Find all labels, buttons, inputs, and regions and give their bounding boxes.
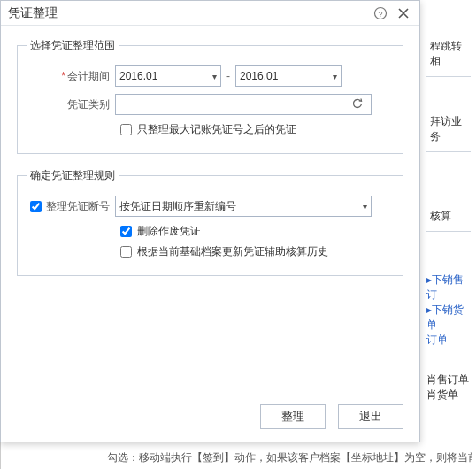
reseq-label: 整理凭证断号 xyxy=(44,199,115,214)
help-icon[interactable]: ? xyxy=(372,4,389,22)
delete-void-row: 删除作废凭证 xyxy=(120,224,394,239)
dialog-buttons: 整理 退出 xyxy=(1,394,419,442)
cancel-button[interactable]: 退出 xyxy=(338,404,403,429)
voucher-type-label: 凭证类别 xyxy=(27,97,115,112)
reseq-row: 整理凭证断号 按凭证日期顺序重新编号 ▾ xyxy=(27,196,394,217)
update-aux-label: 根据当前基础档案更新凭证辅助核算历史 xyxy=(137,244,328,259)
bg-text: 核算 xyxy=(426,202,471,232)
delete-void-label: 删除作废凭证 xyxy=(137,224,201,239)
ok-button[interactable]: 整理 xyxy=(260,404,326,429)
only-after-last-row: 只整理最大记账凭证号之后的凭证 xyxy=(120,122,394,137)
dialog-body: 选择凭证整理范围 *会计期间 2016.01 ▾ - 2016.01 ▾ 凭证类… xyxy=(1,26,419,394)
period-label: *会计期间 xyxy=(27,69,115,84)
bg-links: ▸下销售订 ▸下销货单 订单 xyxy=(426,273,471,348)
voucher-cleanup-dialog: 凭证整理 ? 选择凭证整理范围 *会计期间 2016.01 ▾ - 2016.0… xyxy=(0,0,420,442)
range-legend: 选择凭证整理范围 xyxy=(27,38,119,53)
period-to-combo[interactable]: 2016.01 ▾ xyxy=(235,65,342,87)
delete-void-checkbox[interactable] xyxy=(120,226,132,237)
period-dash: - xyxy=(226,70,230,82)
period-from-combo[interactable]: 2016.01 ▾ xyxy=(115,65,221,87)
bg-text: 程跳转相 xyxy=(426,32,471,77)
lookup-icon[interactable] xyxy=(348,97,367,112)
voucher-type-input[interactable] xyxy=(115,94,372,115)
update-aux-checkbox[interactable] xyxy=(120,246,132,258)
reseq-mode-combo[interactable]: 按凭证日期顺序重新编号 ▾ xyxy=(115,196,372,217)
voucher-type-row: 凭证类别 xyxy=(27,94,394,115)
rule-fieldset: 确定凭证整理规则 整理凭证断号 按凭证日期顺序重新编号 ▾ 删除作废凭证 根据当… xyxy=(17,168,403,276)
chevron-down-icon: ▾ xyxy=(212,72,217,81)
rule-legend: 确定凭证整理规则 xyxy=(27,168,119,183)
period-row: *会计期间 2016.01 ▾ - 2016.01 ▾ xyxy=(27,65,394,87)
close-icon[interactable] xyxy=(395,4,412,22)
bg-footer: 勾选：移动端执行【签到】动作，如果该客户档案【坐标地址】为空，则将当前签到的 xyxy=(107,450,472,465)
chevron-down-icon: ▾ xyxy=(333,72,337,81)
dialog-titlebar: 凭证整理 ? xyxy=(1,1,419,26)
chevron-down-icon: ▾ xyxy=(363,202,367,211)
svg-text:?: ? xyxy=(378,9,382,18)
only-after-last-checkbox[interactable] xyxy=(120,124,132,135)
bg-text: 拜访业务 xyxy=(426,107,471,152)
dialog-title: 凭证整理 xyxy=(8,5,366,21)
bg-text: 肖售订单 肖货单 xyxy=(426,373,471,403)
range-fieldset: 选择凭证整理范围 *会计期间 2016.01 ▾ - 2016.01 ▾ 凭证类… xyxy=(17,38,403,154)
reseq-checkbox[interactable] xyxy=(30,201,42,212)
only-after-last-label: 只整理最大记账凭证号之后的凭证 xyxy=(137,122,296,137)
update-aux-row: 根据当前基础档案更新凭证辅助核算历史 xyxy=(120,244,394,259)
